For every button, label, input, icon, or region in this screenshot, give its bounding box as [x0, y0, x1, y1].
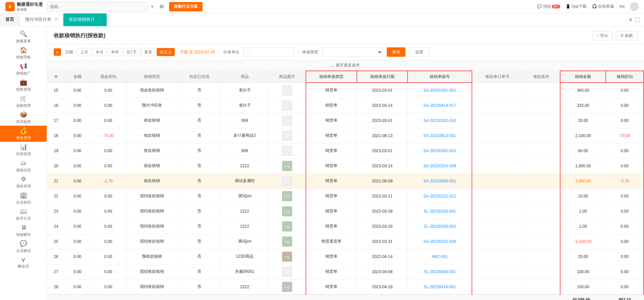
dropdown-arrow-icon[interactable]: ▼ — [150, 4, 154, 9]
cell-cancel-type: 预收款核销 — [127, 249, 177, 264]
col-gear[interactable]: ⚙ — [47, 71, 65, 83]
cell-cash-discount: 0.00 — [90, 188, 127, 204]
cell-cancel-bill-no[interactable]: SA-20230331-026 — [408, 234, 472, 249]
cell-cancel-bill-date: 2023-03-01 — [357, 83, 408, 98]
refresh-button[interactable]: ↺ 刷新 — [616, 31, 637, 40]
main-layout: 🔍 搜索菜单 🏠 快捷导航 📢 营销推广 💼 销售管理 🛒 采购管理 📦 库存核… — [0, 26, 644, 300]
tab-prepaid-close-icon[interactable]: ✕ — [55, 17, 58, 22]
cell-cancel-bill-date: 2023-03-01 — [357, 113, 408, 128]
tab-maximize-icon[interactable]: ⛶ — [635, 17, 640, 23]
footer-cancel-amount: 40,556,66... — [560, 295, 606, 300]
cell-cancel-bill-no[interactable]: SA-20230414-017 — [408, 98, 472, 113]
cell-cancel-bill-no[interactable]: SL-20230418-001 — [408, 279, 472, 295]
sidebar-item-operations[interactable]: 📊 经营管理 — [0, 142, 47, 158]
cell-cancel-bill-no[interactable]: SA-20210808-001 — [408, 173, 472, 188]
sidebar-item-wechat[interactable]: 💬 企业微信 — [0, 239, 47, 255]
cell-cancel-type: 现结收款核销 — [127, 234, 177, 249]
cell-goods-img — [268, 98, 306, 113]
home-icon: 🏠 — [20, 46, 27, 54]
sidebar-item-system[interactable]: ⚙ 系统管理 — [0, 174, 47, 190]
tab-receipt-cancel-close-icon[interactable]: ✕ — [98, 17, 101, 22]
sidebar-item-enterprise[interactable]: 🏢 企业协同 — [0, 190, 47, 206]
logo-icon: 6 — [5, 2, 15, 11]
sidebar-item-funds[interactable]: 💰 资金管理 — [0, 126, 47, 142]
cell-id: 19 — [47, 143, 65, 158]
tab-prepaid[interactable]: 预付冲应付单 ✕ — [20, 13, 63, 26]
sidebar: 🔍 搜索菜单 🏠 快捷导航 📢 营销推广 💼 销售管理 🛒 采购管理 📦 库存核… — [0, 26, 47, 300]
date-more-button[interactable]: 更多 — [141, 48, 155, 56]
app-download-link[interactable]: 📱 App下载 — [566, 4, 587, 9]
sidebar-item-sales[interactable]: 💼 销售管理 — [0, 77, 47, 93]
tab-receipt-cancel[interactable]: 收款核销执行 ✕ — [63, 13, 107, 26]
cell-cancel-bill-no[interactable]: SL-20230328-001 — [408, 204, 472, 219]
sidebar-item-base[interactable]: 🗂 基础信息 — [0, 158, 47, 174]
sidebar-inventory-label: 库存核算 — [16, 119, 31, 124]
date-this-year-button[interactable]: 本年 — [108, 48, 122, 56]
sidebar-wechat-label: 企业微信 — [16, 248, 31, 253]
col-cancel-bill-type: 核销单据类型 — [306, 71, 357, 83]
search-input[interactable] — [47, 2, 148, 11]
messages-icon[interactable]: 💬 消息99+ — [537, 4, 560, 9]
expand-conditions-button[interactable]: ⌄ 展开更多条件 — [331, 62, 360, 68]
cell-cancel-amount: 60.00 — [560, 143, 606, 158]
tab-home[interactable]: 首页 — [0, 13, 20, 26]
cell-receipt-condition — [523, 279, 560, 295]
cell-cancel-bill-no[interactable]: SA-20230301-010 — [408, 143, 472, 158]
cell-cancel-amount: 100.00 — [560, 279, 606, 295]
date-this-month-button[interactable]: 本月 — [93, 48, 107, 56]
sidebar-item-hardware[interactable]: 🖥 智能硬件 — [0, 222, 47, 239]
cell-cancel-bill-no[interactable]: SA-20230314-008 — [408, 158, 472, 173]
sidebar-item-vip[interactable]: V 畅会员 — [0, 255, 47, 271]
date-last-month-button[interactable]: 上月 — [77, 48, 91, 56]
cell-cancel-bill-no[interactable]: SL-20230408-001 — [408, 264, 472, 279]
table-row: 27 0.00 0.00 现结收款核销 否 衣服00001 销货单 2023-0… — [47, 264, 644, 279]
online-service-link[interactable]: 🎧 在线客服 — [592, 4, 614, 9]
single-type-select[interactable] — [322, 47, 383, 57]
cell-cancel-discount: 0.00 — [606, 143, 644, 158]
sidebar-item-inventory[interactable]: 📦 库存核算 — [0, 110, 47, 126]
table-container[interactable]: ⚙ 余额 现金折扣 核销类型 包含已结清 商品 商品图片 核销单据类型 核销单据… — [47, 71, 644, 300]
date-custom-button[interactable]: 自定义 — [157, 48, 175, 56]
cell-cancel-bill-no[interactable]: SA-20230301-010 — [408, 113, 472, 128]
cell-cancel-bill-no[interactable]: SA-20230321-012 — [408, 188, 472, 204]
sidebar-quicknav-label: 快捷导航 — [16, 55, 31, 60]
cell-cancel-bill-date: 2023-03-28 — [357, 219, 408, 234]
date-7days-button[interactable]: 近7天 — [123, 48, 140, 56]
tab-close-window-icon[interactable]: ✕ — [629, 17, 633, 23]
export-button[interactable]: ↑ 导出 — [592, 31, 612, 40]
table-row: 18 0.00 -70.00 收款核销 否 多计量商品2 销货单 2021-08… — [47, 128, 644, 143]
filter-settings-button[interactable]: 设置 — [410, 47, 429, 57]
footer-spacer — [47, 295, 560, 300]
sidebar-item-purchase[interactable]: 🛒 采购管理 — [0, 93, 47, 110]
receipt-cancel-tab-label: 收款核销执行 — [69, 16, 95, 23]
cell-cancel-bill-no[interactable]: SL-20230328-002 — [408, 219, 472, 234]
cell-receipt-condition — [523, 204, 560, 219]
sidebar-item-search[interactable]: 🔍 搜索菜单 — [0, 29, 47, 45]
funds-icon: 💰 — [20, 127, 27, 134]
cell-cancel-bill-type: 销货单 — [306, 219, 357, 234]
cell-cancel-bill-no[interactable]: SA-20230301-001 — [408, 83, 472, 98]
wechat-icon: 💬 — [20, 240, 27, 247]
page-header: 收款核销执行(按收款) ↑ 导出 ↺ 刷新 — [47, 26, 644, 44]
from-unit-input[interactable] — [244, 47, 294, 57]
cell-cancel-bill-no[interactable]: ABC-001 — [408, 249, 472, 264]
cell-id: 22 — [47, 188, 65, 204]
table-row: 17 0.00 0.00 收款核销 否 999 销货单 2023-03-01 S… — [47, 113, 644, 128]
exp-industry-button[interactable]: 体验行业方案 — [169, 2, 203, 11]
cell-id: 24 — [47, 219, 65, 234]
filter-collapse-button[interactable]: » — [54, 48, 61, 56]
sidebar-item-quicknav[interactable]: 🏠 快捷导航 — [0, 45, 47, 61]
query-button[interactable]: 查询 — [387, 47, 406, 57]
cell-receipt-condition — [523, 113, 560, 128]
purchase-icon: 🛒 — [20, 95, 27, 102]
sidebar-item-guide[interactable]: 📖 新手引导 — [0, 206, 47, 222]
cell-cash-discount: -70.00 — [90, 128, 127, 143]
settings-gear-icon[interactable]: ⚙ — [157, 2, 166, 11]
cell-goods: 老白干 — [221, 98, 268, 113]
sidebar-item-marketing[interactable]: 📢 营销推广 — [0, 61, 47, 77]
cell-balance: 0.00 — [65, 83, 90, 98]
cell-cancel-bill-no[interactable]: SA-20210813-001 — [408, 128, 472, 143]
cell-id: 26 — [47, 249, 65, 264]
cell-cash-discount: 0.00 — [90, 204, 127, 219]
cell-goods-img — [268, 83, 306, 98]
